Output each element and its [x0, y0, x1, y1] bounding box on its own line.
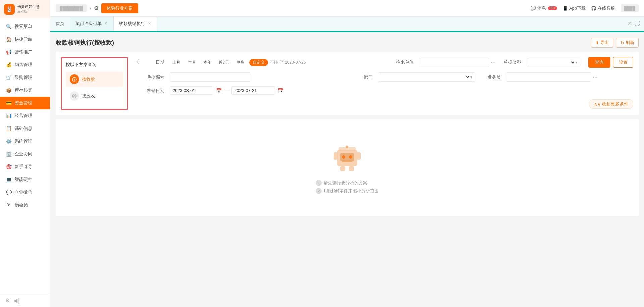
counterparty-more-btn[interactable]: ··· [491, 59, 496, 66]
page-title: 收款核销执行(按收款) [56, 39, 114, 47]
message-icon: 💬 [531, 6, 536, 11]
app-download-button[interactable]: 📱 App下载 [562, 5, 586, 11]
tabbar-actions: ✕ ⛶ [628, 20, 644, 27]
logo-icon: 🐰 [4, 4, 15, 15]
doc-no-input[interactable] [170, 72, 250, 82]
refresh-button[interactable]: ↻ 刷新 [616, 38, 639, 48]
newbie-icon: 🎯 [5, 164, 12, 169]
sidebar-item-sales[interactable]: 💰 销售管理 [0, 58, 50, 71]
user-info: ████ [621, 4, 639, 12]
operation-icon: 📊 [5, 113, 12, 118]
counterparty-input[interactable] [419, 58, 489, 67]
dept-select[interactable]: ▾ [378, 72, 476, 82]
sidebar-item-operation[interactable]: 📊 经营管理 [0, 109, 50, 122]
online-service-button[interactable]: 🎧 在线客服 [591, 5, 615, 11]
svg-rect-12 [349, 166, 354, 171]
empty-hint-1: 1 请先选择要分析的方案 [316, 180, 378, 186]
message-button[interactable]: 💬 消息 99+ [531, 5, 557, 11]
doc-type-label: 单据类型 [501, 59, 521, 65]
sidebar-item-finance[interactable]: 💳 资金管理 [0, 97, 50, 109]
sidebar-item-search[interactable]: 🔍 搜索菜单 [0, 20, 50, 33]
topbar: ████████ ▾ ⚙ 体验行业方案 💬 消息 99+ 📱 App下载 🎧 在… [50, 0, 644, 17]
write-off-start-calendar-icon[interactable]: 📅 [216, 88, 222, 93]
query-option-by-receivable[interactable]: ⏱ 按应收 [66, 89, 123, 103]
date-last-month-btn[interactable]: 上月 [170, 59, 183, 66]
sidebar-item-inventory[interactable]: 📦 库存核算 [0, 84, 50, 97]
sidebar-collapse-button[interactable]: ◀‖ [13, 297, 20, 304]
tabbar-close-all-button[interactable]: ✕ [628, 20, 632, 27]
svg-rect-9 [334, 152, 338, 160]
doc-type-select[interactable]: ▾ [527, 58, 580, 67]
date-more-btn[interactable]: 更多 [234, 59, 247, 66]
dept-select-input[interactable] [381, 74, 471, 80]
empty-hint-2: 2 用[过滤]条件来缩小分析范围 [316, 188, 378, 194]
sidebar-item-member[interactable]: V 畅会员 [0, 199, 50, 211]
date-custom-btn[interactable]: 自定义 [249, 59, 268, 66]
settings-button[interactable]: 设置 [613, 57, 633, 68]
topbar-dropdown-arrow[interactable]: ▾ [89, 6, 91, 11]
industry-solution-button[interactable]: 体验行业方案 [101, 3, 138, 13]
svg-point-6 [342, 155, 345, 159]
tab-prepay-close[interactable]: ✕ [104, 21, 108, 27]
svg-rect-8 [342, 160, 352, 162]
write-off-start-input[interactable] [170, 86, 213, 95]
topbar-gear-icon[interactable]: ⚙ [94, 5, 99, 11]
sidebar-item-purchase[interactable]: 🛒 采购管理 [0, 71, 50, 84]
receivable-option-label: 按应收 [82, 93, 95, 99]
sidebar-gear-button[interactable]: ⚙ [5, 297, 10, 304]
topbar-brand: ████████ [56, 4, 87, 12]
svg-rect-11 [340, 166, 345, 171]
query-panel-collapse-arrow[interactable]: 《 [133, 57, 139, 65]
logo-sub: 标准版 [17, 9, 40, 14]
sidebar-item-marketing[interactable]: 📢 营销推广 [0, 46, 50, 58]
sidebar-item-system[interactable]: ⚙️ 系统管理 [0, 135, 50, 148]
svg-text:⏱: ⏱ [73, 95, 76, 98]
doc-no-label: 单据编号 [144, 74, 164, 80]
export-button[interactable]: ⬆ 导出 [591, 38, 613, 48]
sidebar-item-newbie[interactable]: 🎯 新手引导 [0, 160, 50, 173]
page-actions: ⬆ 导出 ↻ 刷新 [591, 38, 639, 48]
sidebar: 🐰 畅捷通好生意 标准版 🔍 搜索菜单 🏠 快捷导航 📢 营销推广 💰 销售管理… [0, 0, 50, 307]
collapse-more-button[interactable]: ∧∧ 收起更多条件 [589, 99, 633, 109]
action-buttons: 查询 设置 [588, 57, 633, 68]
query-option-by-collection[interactable]: ¥ 按收款 [66, 72, 123, 87]
sidebar-item-hardware[interactable]: 💻 智能硬件 [0, 173, 50, 186]
query-button[interactable]: 查询 [588, 57, 610, 68]
date-quick-buttons: 上月 本月 本年 近7天 更多 自定义 不限 至 2023-07-26 [170, 59, 306, 66]
tab-home[interactable]: 首页 [50, 17, 70, 31]
service-icon: 🎧 [591, 6, 596, 11]
tab-collection[interactable]: 收款核销执行 ✕ [114, 17, 157, 31]
wechat-icon: 💬 [5, 190, 12, 195]
sidebar-item-enterprise[interactable]: 🏢 企业协同 [0, 148, 50, 160]
sidebar-item-quicknav[interactable]: 🏠 快捷导航 [0, 33, 50, 46]
staff-more-btn[interactable]: ··· [593, 73, 598, 81]
write-off-end-calendar-icon[interactable]: 📅 [278, 88, 283, 93]
date-last-7days-btn[interactable]: 近7天 [216, 59, 232, 66]
tab-prepay[interactable]: 预付冲应付单 ✕ [70, 17, 114, 31]
date-this-month-btn[interactable]: 本月 [185, 59, 199, 66]
staff-input[interactable] [506, 72, 591, 82]
page-content: 收款核销执行(按收款) ⬆ 导出 ↻ 刷新 按以下方案查询 [50, 32, 644, 307]
svg-point-7 [349, 155, 352, 159]
write-off-end-input[interactable] [231, 86, 275, 95]
tabbar-expand-button[interactable]: ⛶ [635, 21, 640, 27]
filter-row-2: 单据编号 部门 ▾ 业务员 ··· [144, 72, 633, 82]
filter-row-3: 核销日期 📅 — 📅 [144, 86, 633, 95]
date-no-limit-label: 不限 [270, 60, 278, 65]
date-this-year-btn[interactable]: 本年 [201, 59, 214, 66]
svg-rect-10 [357, 152, 361, 160]
sidebar-item-basic[interactable]: 📋 基础信息 [0, 122, 50, 135]
staff-label: 业务员 [481, 74, 501, 80]
tab-collection-close[interactable]: ✕ [147, 21, 152, 27]
date-to-label: 至 2023-07-26 [280, 60, 306, 65]
collection-option-label: 按收款 [82, 76, 95, 82]
sidebar-logo: 🐰 畅捷通好生意 标准版 [0, 0, 50, 18]
phone-icon: 📱 [562, 6, 568, 11]
export-icon: ⬆ [595, 40, 599, 45]
filter-area: 日期 上月 本月 本年 近7天 更多 自定义 不限 至 2023-07-26 往… [144, 57, 633, 110]
query-options: 按以下方案查询 ¥ 按收款 ⏱ [61, 57, 128, 110]
sidebar-item-wechat[interactable]: 💬 企业微信 [0, 186, 50, 199]
doc-type-select-input[interactable] [530, 60, 575, 65]
system-icon: ⚙️ [5, 139, 12, 144]
dept-chevron-icon: ▾ [470, 75, 472, 80]
